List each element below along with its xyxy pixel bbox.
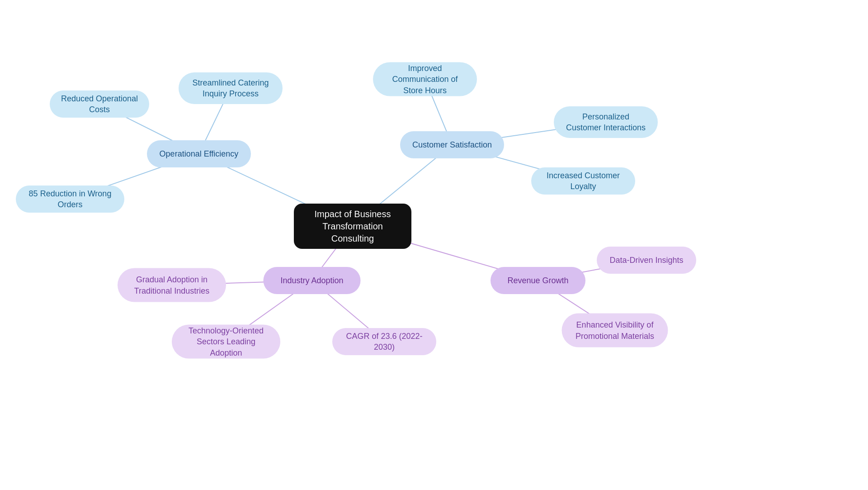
node-revenue-growth: Revenue Growth (491, 267, 585, 294)
node-reduced-costs: Reduced Operational Costs (50, 90, 149, 118)
node-industry-adoption: Industry Adoption (264, 267, 361, 294)
node-operational-efficiency: Operational Efficiency (147, 140, 251, 167)
node-enhanced-visibility: Enhanced Visibility of Promotional Mater… (562, 314, 668, 347)
node-customer-satisfaction: Customer Satisfaction (400, 131, 504, 158)
node-streamlined-catering: Streamlined Catering Inquiry Process (179, 72, 283, 104)
center-node: Impact of Business Transformation Consul… (294, 204, 411, 249)
mindmap-container: Impact of Business Transformation Consul… (0, 0, 868, 490)
node-gradual-adoption: Gradual Adoption in Traditional Industri… (118, 268, 226, 302)
node-wrong-orders: 85 Reduction in Wrong Orders (16, 186, 124, 213)
node-store-hours: Improved Communication of Store Hours (373, 62, 477, 96)
node-cagr: CAGR of 23.6 (2022-2030) (332, 328, 436, 355)
node-data-driven: Data-Driven Insights (597, 247, 696, 274)
node-personalized: Personalized Customer Interactions (554, 106, 658, 138)
node-tech-sectors: Technology-Oriented Sectors Leading Adop… (172, 325, 280, 359)
node-loyalty: Increased Customer Loyalty (531, 167, 635, 195)
